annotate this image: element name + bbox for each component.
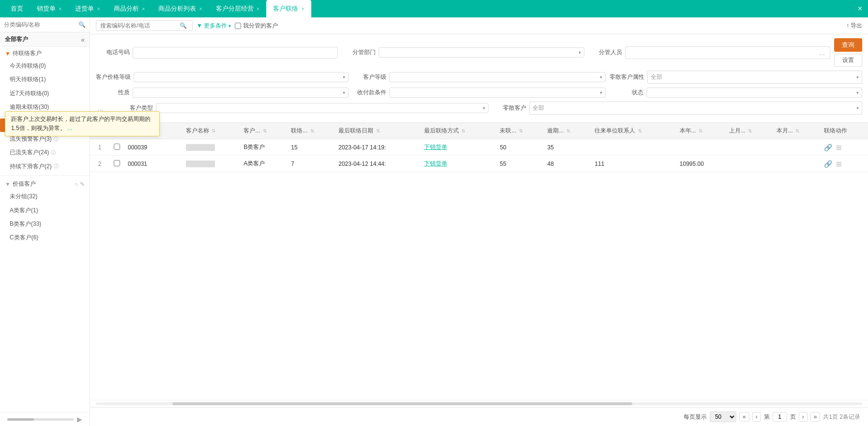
nav-product-analysis[interactable]: 商品分析 × <box>107 0 152 17</box>
way-sort-icon[interactable]: ⇅ <box>461 128 465 133</box>
table-header-row: ⚙ 客户编码 ⇅ 客户名称 ⇅ <box>90 123 868 139</box>
close-sales-order-icon[interactable]: × <box>59 6 61 12</box>
sidebar-item-a-class[interactable]: A类客户(1) <box>0 204 90 217</box>
nav-purchase-order[interactable]: 进货单 × <box>68 0 107 17</box>
overdue-sort-icon[interactable]: ⇅ <box>566 128 570 133</box>
cell-code-2: 000031 <box>124 156 182 172</box>
total-records-label: 共1页 2条记录 <box>823 413 860 421</box>
per-page-label: 每页显示 <box>684 413 707 421</box>
filter-dept-select[interactable]: ▾ <box>379 47 584 58</box>
sidebar-all-customers-header: 全部客户 « <box>0 32 90 47</box>
col-header-contact-count: 联络... ⇅ <box>287 123 335 139</box>
sidebar-search-input[interactable] <box>4 21 76 28</box>
my-customers-checkbox[interactable] <box>235 23 241 29</box>
more-conditions-btn[interactable]: ▼ 更多条件 ▾ <box>197 22 231 30</box>
contact-sort-icon[interactable]: ⇅ <box>310 128 314 133</box>
setting-button[interactable]: 设置 <box>834 54 862 67</box>
sidebar-item-c-class[interactable]: C类客户(6) <box>0 231 90 244</box>
retail-customer-chevron-icon: ▾ <box>856 105 859 111</box>
filter-customer-type-select[interactable]: ▾ <box>156 103 489 113</box>
this-month-sort-icon[interactable]: ⇅ <box>795 128 799 133</box>
close-customer-layering-icon[interactable]: × <box>257 6 259 12</box>
status-chevron-icon: ▾ <box>856 90 859 95</box>
prev-page-button[interactable]: ‹ <box>752 412 761 422</box>
filter-row-3: 性质 ▾ 收付款条件 ▾ 状态 <box>96 88 862 98</box>
main-search-input[interactable] <box>100 22 178 29</box>
filter-retail-attr-select[interactable]: 全部 ▾ <box>647 71 862 84</box>
query-button[interactable]: 查询 <box>834 38 862 52</box>
pending-sort-icon[interactable]: ⇅ <box>519 128 523 133</box>
nav-product-analysis-list[interactable]: 商品分析列表 × <box>152 0 209 17</box>
sidebar-scrollbar[interactable] <box>7 418 74 421</box>
sidebar-item-ungrouped[interactable]: 未分组(32) <box>0 190 90 203</box>
churned-info-icon[interactable]: ⓘ <box>51 148 56 157</box>
cell-last-month-2 <box>725 156 773 172</box>
sidebar-item-b-class[interactable]: B类客户(33) <box>0 217 90 231</box>
col-header-overdue: 逾期... ⇅ <box>543 123 591 139</box>
nav-customer-contact[interactable]: 客户联络 × <box>266 0 311 17</box>
filter-cell-pay-terms: 收付款条件 ▾ <box>352 88 605 98</box>
sidebar-expand-icon[interactable]: ▶ <box>77 415 82 423</box>
export-button[interactable]: ↑ 导出 <box>846 22 862 30</box>
sidebar-item-tomorrow-pending[interactable]: 明天待联络(1) <box>0 73 90 86</box>
sidebar-group-value-customers[interactable]: ▼ 价值客户 ○ ✎ <box>0 177 90 190</box>
value-customers-edit-icon[interactable]: ✎ <box>80 181 85 188</box>
content-area: 🔍 ▼ 更多条件 ▾ 我分管的客户 ↑ 导出 电话号码 <box>90 17 868 426</box>
row2-checkbox[interactable] <box>114 160 120 166</box>
filter-phone-input[interactable] <box>133 47 338 59</box>
page-number-input[interactable] <box>773 412 787 422</box>
value-customers-arrow-icon: ▼ <box>5 181 11 188</box>
contact-person-sort-icon[interactable]: ⇅ <box>638 128 642 133</box>
nav-customer-layering[interactable]: 客户分层经营 × <box>209 0 266 17</box>
filter-gender-select[interactable]: ▾ <box>133 88 349 98</box>
this-year-sort-icon[interactable]: ⇅ <box>699 128 702 133</box>
row1-checkbox[interactable] <box>114 144 120 150</box>
filter-price-level-select[interactable]: ▾ <box>134 72 349 82</box>
nav-sales-order[interactable]: 销货单 × <box>30 0 68 17</box>
name-sort-icon[interactable]: ⇅ <box>212 128 215 133</box>
sidebar-item-declining[interactable]: 持续下滑客户(2) ⓘ <box>0 160 90 173</box>
sidebar-item-churned[interactable]: 已流失客户(24) ⓘ <box>0 146 90 159</box>
filter-icon: ▼ <box>197 22 202 29</box>
sidebar-search-icon[interactable]: 🔍 <box>78 21 86 28</box>
next-page-button[interactable]: › <box>799 412 807 422</box>
date-sort-icon[interactable]: ⇅ <box>376 128 380 133</box>
row2-link-icon[interactable]: 🔗 <box>824 160 832 168</box>
sidebar-group-pending-contact[interactable]: ▼ 待联络客户 <box>0 47 90 59</box>
value-customers-circle-icon[interactable]: ○ <box>75 181 78 188</box>
row2-menu-icon[interactable]: ⊞ <box>836 160 842 168</box>
declining-info-icon[interactable]: ⓘ <box>54 162 59 170</box>
nav-home[interactable]: 首页 <box>4 0 30 17</box>
cell-way-2-link[interactable]: 下销货单 <box>424 160 447 167</box>
filter-person-select[interactable]: ... <box>625 46 830 59</box>
filter-status-select[interactable]: ▾ <box>646 88 862 98</box>
filter-pay-terms-select[interactable]: ▾ <box>389 88 605 98</box>
sidebar-divider-2 <box>0 175 90 176</box>
last-page-button[interactable]: » <box>810 412 821 422</box>
customer-table: ⚙ 客户编码 ⇅ 客户名称 ⇅ <box>90 123 868 172</box>
close-purchase-order-icon[interactable]: × <box>97 6 100 12</box>
sidebar-collapse-icon[interactable]: « <box>81 36 85 44</box>
main-search-icon[interactable]: 🔍 <box>180 22 187 29</box>
row1-link-icon[interactable]: 🔗 <box>824 144 832 151</box>
last-month-sort-icon[interactable]: ⇅ <box>748 128 752 133</box>
row1-menu-icon[interactable]: ⊞ <box>836 144 842 151</box>
close-product-analysis-list-icon[interactable]: × <box>199 6 202 12</box>
close-customer-contact-icon[interactable]: × <box>301 6 304 12</box>
close-product-analysis-icon[interactable]: × <box>142 6 145 12</box>
cell-contact-person-2: 111 <box>591 156 675 172</box>
person-dots-icon[interactable]: ... <box>817 49 827 57</box>
tooltip-more-link[interactable]: ... <box>67 125 72 132</box>
horizontal-scrollbar[interactable] <box>96 402 862 405</box>
class-sort-icon[interactable]: ⇅ <box>263 128 267 133</box>
chevron-down-icon: ▾ <box>228 23 231 29</box>
per-page-select[interactable]: 50 100 200 <box>710 411 736 422</box>
sidebar-item-today-pending[interactable]: 今天待联络(0) <box>0 59 90 73</box>
close-all-tabs-icon[interactable]: × <box>858 4 862 13</box>
cell-way-1-link[interactable]: 下销货单 <box>424 144 447 150</box>
filter-customer-level-select[interactable]: ▾ <box>389 72 605 82</box>
col-header-last-month: 上月... ⇅ <box>725 123 773 139</box>
filter-retail-customer-select[interactable]: 全部 ▾ <box>529 102 862 115</box>
sidebar-item-7days-pending[interactable]: 近7天待联络(0) <box>0 87 90 100</box>
first-page-button[interactable]: « <box>739 412 749 422</box>
